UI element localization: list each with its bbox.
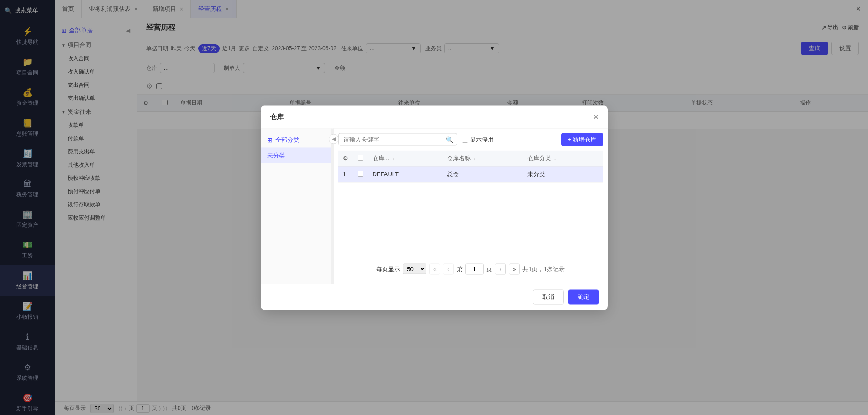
page-input[interactable]	[465, 263, 484, 274]
show-disabled-checkbox[interactable]	[462, 136, 468, 142]
page-first-button[interactable]: «	[429, 263, 440, 274]
warehouse-pagination: 每页显示 50 100 « ‹ 第 页 › » 共1页，1条记录	[338, 259, 603, 279]
page-label: 第	[457, 265, 463, 273]
warehouse-col-name[interactable]: 仓库名称 ↕	[442, 150, 523, 166]
page-next-button[interactable]: ›	[495, 263, 506, 274]
category-collapse-button[interactable]: ◀	[329, 134, 339, 144]
modal-title: 仓库	[270, 112, 284, 121]
page-per-label: 每页显示	[376, 265, 400, 273]
modal-header: 仓库 ×	[261, 105, 608, 128]
modal-footer: 取消 确定	[261, 284, 608, 310]
show-disabled-label: 显示停用	[470, 135, 494, 143]
page-size-select[interactable]: 50 100	[403, 264, 426, 274]
warehouse-col-check	[353, 150, 368, 166]
modal-confirm-button[interactable]: 确定	[568, 289, 599, 304]
warehouse-modal: 仓库 × ⊞ 全部分类 ◀ 未分类 🔍 显示停用	[261, 105, 608, 310]
page-unit: 页	[486, 265, 492, 273]
modal-body: ⊞ 全部分类 ◀ 未分类 🔍 显示停用 + 新增仓库	[261, 128, 608, 284]
category-scrollbar[interactable]	[331, 128, 333, 284]
category-panel: ⊞ 全部分类 ◀ 未分类	[261, 128, 334, 284]
add-warehouse-button[interactable]: + 新增仓库	[561, 133, 603, 146]
row-name: 总仓	[442, 166, 523, 182]
page-last-button[interactable]: »	[509, 263, 520, 274]
warehouse-table-wrap: ⚙ 仓库... ↕ 仓库名称 ↕ 仓库分类 ↕ 1 DEFAULT 总仓	[338, 150, 603, 259]
warehouse-col-gear: ⚙	[338, 150, 353, 166]
warehouse-search-input[interactable]	[338, 133, 457, 146]
warehouse-table: ⚙ 仓库... ↕ 仓库名称 ↕ 仓库分类 ↕ 1 DEFAULT 总仓	[338, 150, 603, 182]
page-total: 共1页，1条记录	[522, 265, 564, 273]
warehouse-toolbar: 🔍 显示停用 + 新增仓库	[338, 133, 603, 146]
warehouse-col-category[interactable]: 仓库分类 ↕	[523, 150, 603, 166]
show-disabled-option[interactable]: 显示停用	[462, 135, 494, 143]
page-prev-button[interactable]: ‹	[443, 263, 454, 274]
warehouse-content: 🔍 显示停用 + 新增仓库 ⚙ 仓库... ↕ 仓库名称 ↕	[334, 128, 608, 284]
row-category: 未分类	[523, 166, 603, 182]
category-all-label: 全部分类	[275, 136, 299, 144]
row-check[interactable]	[353, 166, 368, 182]
row-code: DEFAULT	[368, 166, 442, 182]
table-row[interactable]: 1 DEFAULT 总仓 未分类	[338, 166, 603, 182]
row-checkbox[interactable]	[358, 170, 363, 176]
category-item-unclassified[interactable]: 未分类	[261, 147, 333, 163]
category-all[interactable]: ⊞ 全部分类	[261, 132, 333, 147]
modal-cancel-button[interactable]: 取消	[533, 289, 564, 304]
warehouse-col-code[interactable]: 仓库... ↕	[368, 150, 442, 166]
search-input-wrap: 🔍	[338, 133, 457, 146]
warehouse-search-icon: 🔍	[446, 136, 453, 143]
modal-close-button[interactable]: ×	[594, 112, 599, 121]
warehouse-check-all[interactable]	[358, 154, 363, 160]
grid-category-icon: ⊞	[267, 136, 273, 143]
row-gear: 1	[338, 166, 353, 182]
